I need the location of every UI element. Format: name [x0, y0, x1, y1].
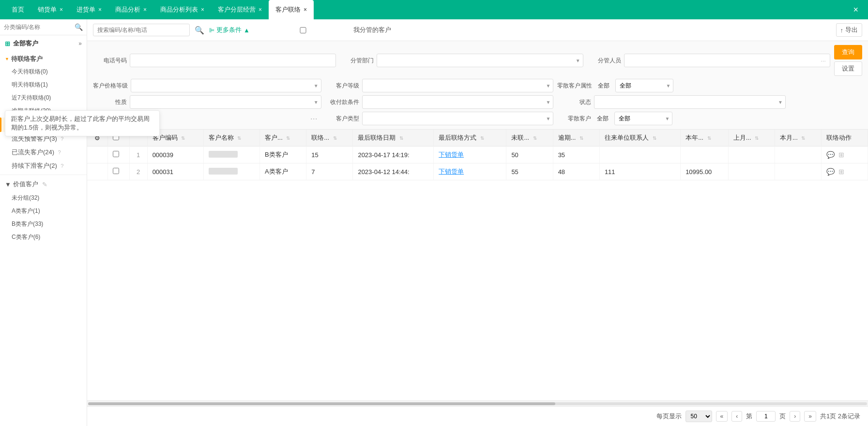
value-edit-icon[interactable]: ✎ — [42, 181, 47, 188]
td-unit-contact-2: 111 — [599, 163, 680, 180]
dept-select-wrap: ▼ — [377, 54, 583, 67]
sidebar-item-c-class[interactable]: C类客户(6) — [0, 231, 87, 244]
action-chat-icon-1[interactable]: 💬 — [826, 151, 835, 159]
customer-level-select[interactable] — [362, 79, 554, 92]
close-customer-contact-icon[interactable]: × — [304, 6, 307, 13]
search-button-icon[interactable]: 🔍 — [195, 26, 204, 35]
my-customer-checkbox-area[interactable]: 我分管的客户 — [255, 26, 391, 34]
filter-more-dots[interactable]: ··· — [310, 114, 318, 124]
td-last-method-1[interactable]: 下销货单 — [434, 147, 506, 163]
help-icon-loss[interactable]: ? — [61, 136, 63, 142]
nav-item-analysis-list[interactable]: 商品分析列表 × — [153, 0, 211, 19]
sidebar-item-ungrouped[interactable]: 未分组(32) — [0, 191, 87, 205]
td-unit-contact-1 — [599, 147, 680, 163]
first-page-button[interactable]: « — [716, 411, 728, 422]
nature-select[interactable] — [130, 95, 321, 109]
next-page-button[interactable]: › — [790, 411, 800, 422]
close-analysis-icon[interactable]: × — [143, 6, 147, 13]
value-tri-icon: ▼ — [5, 181, 11, 188]
sidebar-collapse-icon[interactable]: » — [78, 40, 82, 47]
close-customer-layers-icon[interactable]: × — [259, 6, 262, 13]
per-page-select[interactable]: 10 20 50 100 — [685, 411, 712, 422]
sidebar-item-already-lost[interactable]: 已流失客户(24) ? — [0, 146, 87, 159]
nav-item-analysis[interactable]: 商品分析 × — [108, 0, 153, 19]
last-method-link-2[interactable]: 下销货单 — [439, 168, 464, 175]
status-select[interactable] — [594, 95, 786, 109]
td-code-2: 000031 — [147, 163, 203, 180]
sidebar-pending-contact-header[interactable]: ▼ 待联络客户 — [0, 52, 87, 65]
close-analysis-list-icon[interactable]: × — [201, 6, 204, 13]
sidebar-item-decline[interactable]: 持续下滑客户(2) ? — [0, 159, 87, 173]
retail-customer-wrap: 全部 ▼ — [614, 112, 672, 125]
close-purchase-icon[interactable]: × — [98, 6, 102, 13]
sidebar-search-icon[interactable]: 🔍 — [75, 23, 83, 31]
row2-checkbox[interactable] — [113, 168, 119, 174]
last-method-link-1[interactable]: 下销货单 — [439, 151, 464, 158]
sidebar-all-customers[interactable]: ⊞ 全部客户 » — [0, 35, 87, 52]
phone-input[interactable] — [130, 54, 336, 67]
settings-button[interactable]: 设置 — [834, 61, 862, 76]
sidebar-item-7days[interactable]: 近7天待联络(0) — [0, 91, 87, 104]
person-select[interactable]: ··· — [624, 54, 830, 67]
th-last-month[interactable]: 上月... ⇅ — [728, 130, 775, 147]
person-dots-icon: ··· — [821, 57, 826, 64]
window-close-icon[interactable]: × — [848, 5, 863, 15]
action-grid-icon-1[interactable]: ⊞ — [838, 151, 844, 159]
export-button[interactable]: ↑ 导出 — [836, 23, 863, 37]
page-unit-label: 页 — [779, 412, 786, 421]
sidebar-item-a-class[interactable]: A类客户(1) — [0, 205, 87, 218]
nav-item-customer-layers[interactable]: 客户分层经营 × — [211, 0, 269, 19]
th-unit-contact[interactable]: 往来单位联系人 ⇅ — [599, 130, 680, 147]
td-contact-1: 15 — [306, 147, 353, 163]
retail-attr-select[interactable]: 全部 — [615, 79, 673, 92]
nav-item-sales[interactable]: 销货单 × — [31, 0, 70, 19]
tooltip-box: 距客户上次交易时长，超过了此客户的平均交易周期的1.5倍，则视为异常。 — [5, 110, 160, 136]
customer-type-select[interactable] — [362, 112, 554, 125]
sidebar-item-b-class[interactable]: B类客户(33) — [0, 218, 87, 231]
th-overdue[interactable]: 逾期... ⇅ — [553, 130, 599, 147]
td-last-method-2[interactable]: 下销货单 — [434, 163, 506, 180]
sidebar-item-today[interactable]: 今天待联络(0) — [0, 65, 87, 78]
td-code-1: 000039 — [147, 147, 203, 163]
customer-table: ⚙ 客户编码 ⇅ 客户名称 ⇅ 客户... ⇅ 联络... ⇅ 最后联络日期 ⇅… — [87, 130, 868, 180]
page-input[interactable] — [756, 411, 776, 422]
action-chat-icon-2[interactable]: 💬 — [826, 168, 835, 176]
th-this-month[interactable]: 本月... ⇅ — [775, 130, 821, 147]
row1-checkbox[interactable] — [113, 151, 119, 157]
td-uncontacted-2: 55 — [506, 163, 553, 180]
price-level-wrap: ▼ — [131, 79, 321, 92]
td-checkbox-1 — [108, 147, 130, 163]
th-last-method[interactable]: 最后联络方式 ⇅ — [434, 130, 506, 147]
close-sales-icon[interactable]: × — [60, 6, 63, 13]
nav-item-home[interactable]: 首页 — [5, 0, 31, 19]
th-this-year[interactable]: 本年... ⇅ — [681, 130, 729, 147]
th-uncontacted[interactable]: 未联... ⇅ — [506, 130, 553, 147]
sidebar-item-tomorrow[interactable]: 明天待联络(1) — [0, 78, 87, 91]
nav-item-customer-contact[interactable]: 客户联络 × — [269, 0, 314, 19]
search-input[interactable] — [93, 24, 190, 36]
help-icon-lost[interactable]: ? — [58, 149, 61, 155]
th-contact[interactable]: 联络... ⇅ — [306, 130, 353, 147]
last-page-button[interactable]: » — [804, 411, 816, 422]
action-grid-icon-2[interactable]: ⊞ — [838, 168, 844, 176]
th-last-date[interactable]: 最后联络日期 ⇅ — [353, 130, 434, 147]
content-area: 🔍 ⊫ 更多条件 ▲ 我分管的客户 ↑ 导出 — [87, 19, 868, 426]
payment-select[interactable] — [362, 95, 554, 109]
horizontal-scrollbar[interactable] — [87, 400, 868, 406]
scrollbar-thumb[interactable] — [88, 402, 555, 405]
th-name[interactable]: 客户名称 ⇅ — [203, 130, 259, 147]
price-level-select[interactable] — [131, 79, 321, 92]
nav-item-purchase[interactable]: 进货单 × — [70, 0, 108, 19]
dept-select[interactable] — [377, 54, 583, 67]
my-customer-checkbox[interactable] — [255, 27, 351, 33]
more-conditions-button[interactable]: ⊫ 更多条件 ▲ — [209, 26, 250, 34]
retail-customer-select[interactable]: 全部 — [614, 112, 672, 125]
help-icon-decline[interactable]: ? — [61, 163, 63, 169]
filter-customer-level-label: 客户等级 — [325, 82, 359, 90]
sidebar-value-customer-header[interactable]: ▼ 价值客户 ✎ — [0, 177, 87, 191]
query-button[interactable]: 查询 — [834, 45, 862, 59]
th-type[interactable]: 客户... ⇅ — [259, 130, 306, 147]
app-root: 首页 销货单 × 进货单 × 商品分析 × 商品分析列表 × 客户分层经营 × … — [0, 0, 868, 426]
sidebar-search-input[interactable] — [4, 24, 73, 30]
prev-page-button[interactable]: ‹ — [731, 411, 742, 422]
